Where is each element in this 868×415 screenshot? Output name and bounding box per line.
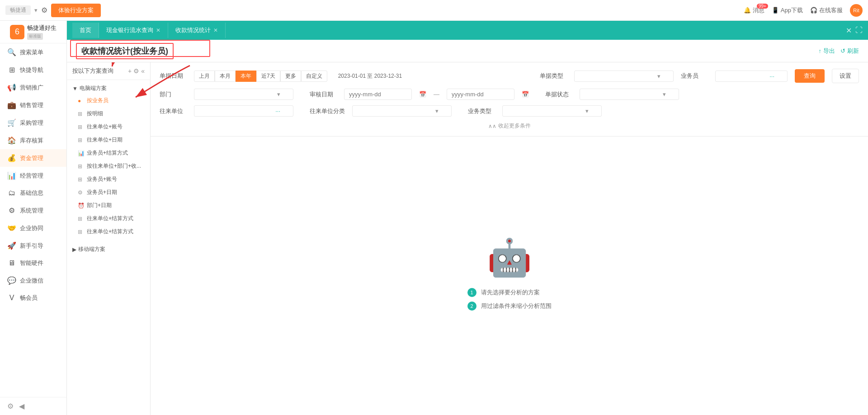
content-wrapper: 按以下方案查询 + ⚙ « [67, 62, 868, 415]
audit-date-to-calendar-icon[interactable]: 📅 [522, 91, 529, 98]
salesperson-label: 业务员 [681, 72, 708, 80]
vip-icon: V [7, 294, 16, 302]
salesperson-more-icon[interactable]: ··· [769, 73, 774, 80]
sidebar-item-sales[interactable]: 💼 销售管理 [0, 96, 66, 114]
settings-icon[interactable]: ⚙ [41, 6, 47, 14]
bottom-collapse-icon[interactable]: ◀ [19, 402, 24, 410]
sidebar-item-purchase[interactable]: 🛒 采购管理 [0, 114, 66, 132]
sidebar-item-wechat[interactable]: 💬 企业微信 [0, 272, 66, 289]
scheme-item-partner-date[interactable]: ⊞ 往来单位+日期 [67, 133, 150, 146]
sidebar-item-guide[interactable]: 🚀 新手引导 [0, 237, 66, 255]
search-icon: 🔍 [7, 48, 16, 57]
sidebar-label-corp: 企业协同 [20, 224, 43, 232]
scheme-item-salesperson-account[interactable]: ⊞ 业务员+账号 [67, 173, 150, 186]
tab-receipts-close-icon[interactable]: ✕ [213, 27, 218, 33]
voucher-type-select[interactable]: ▾ [574, 71, 674, 82]
scheme-item-partner-account-label: 往来单位+账号 [87, 123, 123, 131]
sidebar-item-inventory[interactable]: 🏠 库存核算 [0, 132, 66, 149]
app-download-button[interactable]: 📱 App下载 [772, 6, 803, 14]
empty-state-icon: 🤖 [487, 236, 532, 279]
refresh-button[interactable]: ↺ 刷新 [840, 47, 859, 55]
logo-text-block: 畅捷通好生 标准版 [27, 24, 57, 40]
message-button[interactable]: 🔔 消息 99+ [744, 6, 764, 14]
dept-select[interactable]: ▾ [194, 89, 293, 100]
bottom-settings-icon[interactable]: ⚙ [7, 402, 14, 410]
export-button[interactable]: ↑ 导出 [819, 47, 835, 55]
tab-home[interactable]: 首页 [72, 23, 99, 38]
date-tab-custom[interactable]: 自定义 [301, 71, 327, 82]
scheme-collapse-icon[interactable]: « [141, 67, 145, 75]
scheme-item-dept-date-label: 部门+日期 [87, 202, 112, 209]
scheme-add-icon[interactable]: + [128, 67, 132, 75]
audit-date-from[interactable] [344, 89, 412, 100]
voucher-status-select[interactable]: ▾ [580, 89, 679, 100]
sidebar-item-hardware[interactable]: 🖥 智能硬件 [0, 255, 66, 272]
scheme-item-partner-account[interactable]: ⊞ 往来单位+账号 [67, 120, 150, 133]
dropdown-chevron-icon[interactable]: ▾ [34, 7, 38, 14]
date-dash: — [434, 91, 439, 98]
expand-window-icon[interactable]: ⛶ [855, 26, 863, 34]
setting-button[interactable]: 设置 [832, 69, 859, 83]
audit-date-to[interactable] [447, 89, 514, 100]
avatar[interactable]: Rit [850, 4, 863, 17]
audit-date-from-calendar-icon[interactable]: 📅 [419, 91, 426, 98]
filter-area: 单据日期 上月 本月 本年 近7天 更多 自定义 2023-01-01 至 20… [151, 62, 868, 137]
date-tab-this-month[interactable]: 本月 [215, 71, 236, 82]
service-label: 在线客服 [819, 6, 843, 14]
date-tab-last-month[interactable]: 上月 [194, 71, 215, 82]
sidebar-item-operation[interactable]: 📊 经营管理 [0, 167, 66, 184]
partner-more-icon[interactable]: ··· [275, 108, 280, 114]
step-1-number: 1 [467, 288, 476, 297]
chat-icon: 💬 [7, 276, 16, 285]
biz-type-select[interactable]: ▾ [502, 105, 602, 117]
partner-select[interactable]: ··· [194, 105, 293, 117]
sidebar-item-corp[interactable]: 🤝 企业协同 [0, 219, 66, 237]
monitor-icon: 🖥 [7, 259, 16, 267]
partner-label: 往来单位 [160, 107, 187, 115]
collapse-button[interactable]: ∧∧ 收起更多条件 [160, 122, 859, 130]
date-tab-this-year[interactable]: 本年 [236, 71, 256, 82]
sidebar-item-search[interactable]: 🔍 搜索菜单 [0, 43, 66, 61]
logo-title: 畅捷通好生 [27, 24, 57, 32]
date-tab-more[interactable]: 更多 [280, 71, 301, 82]
sidebar-item-nav[interactable]: ⊞ 快捷导航 [0, 61, 66, 79]
scheme-item-salesperson-date[interactable]: ⚙ 业务员+日期 [67, 186, 150, 199]
scheme-section-desktop-title[interactable]: ▼ 电脑端方案 [67, 83, 150, 94]
voucher-status-arrow-icon: ▾ [663, 91, 666, 98]
date-tab-7days[interactable]: 近7天 [256, 71, 280, 82]
section-mobile-label: 移动端方案 [78, 245, 105, 253]
tab-receipts[interactable]: 收款情况统计 ✕ [168, 23, 226, 38]
sidebar-item-marketing[interactable]: 📢 营销推广 [0, 79, 66, 96]
query-button[interactable]: 查询 [795, 69, 825, 83]
collapse-label: 收起更多条件 [498, 122, 531, 130]
scheme-item-dept-date[interactable]: ⏰ 部门+日期 [67, 199, 150, 212]
close-window-icon[interactable]: ✕ [846, 26, 852, 35]
tab-bank[interactable]: 现金银行流水查询 ✕ [99, 23, 168, 38]
scheme-salesperson-date-icon: ⚙ [78, 189, 84, 196]
scheme-item-partner-settle2[interactable]: ⊞ 往来单位+结算方式 [67, 225, 150, 238]
scheme-item-salesperson-settle[interactable]: 📊 业务员+结算方式 [67, 146, 150, 160]
scheme-section-mobile-title[interactable]: ▶ 移动端方案 [67, 244, 150, 255]
scheme-item-salesperson-account-label: 业务员+账号 [87, 175, 117, 183]
cart-icon: 🛒 [7, 118, 16, 127]
scheme-partner-settle2-icon: ⊞ [78, 229, 84, 235]
sidebar-item-finance[interactable]: 💰 资金管理 [0, 149, 66, 167]
partner-classify-select[interactable]: ▾ [352, 105, 452, 117]
collapse-chevron-icon: ∧∧ [488, 123, 496, 129]
sidebar-item-vip[interactable]: V 畅会员 [0, 289, 66, 307]
trial-button[interactable]: 体验行业方案 [51, 4, 101, 17]
scheme-item-salesperson[interactable]: ● 按业务员 [67, 94, 150, 107]
filter-row-3: 往来单位 ··· 往来单位分类 ▾ 业务类型 [160, 105, 859, 117]
tab-bank-close-icon[interactable]: ✕ [156, 27, 160, 33]
scheme-item-partner-settle1[interactable]: ⊞ 往来单位+结算方式 [67, 212, 150, 225]
scheme-item-detail[interactable]: ⊞ 按明细 [67, 107, 150, 120]
refresh-icon: ↺ [840, 47, 845, 54]
sidebar-item-system[interactable]: ⚙ 系统管理 [0, 202, 66, 219]
scheme-settings-icon[interactable]: ⚙ [133, 67, 139, 75]
scheme-item-partner-dept-recv[interactable]: ⊞ 按往来单位+部门+收... [67, 160, 150, 173]
main-layout: 6 畅捷通好生 标准版 🔍 搜索菜单 ⊞ 快捷导航 📢 营销推广 💼 销售管理 [0, 21, 868, 415]
sidebar-item-basic[interactable]: 🗂 基础信息 [0, 184, 66, 202]
salesperson-select[interactable]: ··· [715, 71, 788, 82]
export-icon: ↑ [819, 47, 822, 54]
online-service-button[interactable]: 🎧 在线客服 [810, 6, 843, 14]
